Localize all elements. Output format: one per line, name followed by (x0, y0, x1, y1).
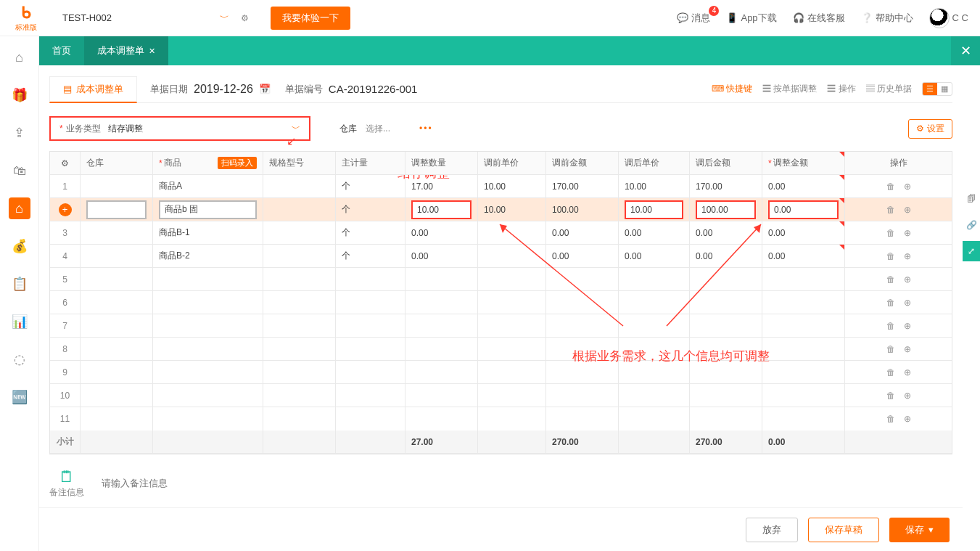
messages-link[interactable]: 💬 消息 4 (677, 12, 710, 25)
headset-icon: 🎧 (793, 12, 804, 23)
topbar: ᑲ 标准版 TEST-H002 ﹀ ⚙ 我要体验一下 💬 消息 4 📱App下载… (0, 0, 980, 36)
help-label: 帮助中心 (876, 12, 913, 25)
help-icon: ❔ (861, 12, 873, 23)
customer-service-link[interactable]: 🎧在线客服 (793, 12, 845, 25)
help-link[interactable]: ❔帮助中心 (861, 12, 913, 25)
edition-label: 标准版 (15, 23, 37, 33)
store-select[interactable]: TEST-H002 ﹀ (55, 7, 236, 29)
app-label: App下载 (741, 12, 776, 25)
logo: ᑲ 标准版 (12, 4, 41, 33)
messages-label: 消息 (691, 12, 710, 25)
user-name: C C (952, 12, 968, 23)
trial-button[interactable]: 我要体验一下 (271, 7, 350, 30)
cs-label: 在线客服 (807, 12, 845, 25)
chevron-down-icon: ﹀ (220, 12, 229, 25)
chat-icon: 💬 (677, 12, 688, 23)
phone-icon: 📱 (726, 12, 738, 23)
logo-icon: ᑲ (21, 4, 31, 23)
gear-icon[interactable]: ⚙ (241, 13, 249, 23)
trial-label: 我要体验一下 (282, 12, 339, 25)
app-download-link[interactable]: 📱App下载 (726, 12, 776, 25)
store-name: TEST-H002 (62, 12, 112, 23)
avatar (929, 8, 950, 28)
user-menu[interactable]: C C (929, 8, 968, 28)
top-right: 💬 消息 4 📱App下载 🎧在线客服 ❔帮助中心 C C (677, 8, 968, 28)
messages-badge: 4 (709, 6, 719, 16)
